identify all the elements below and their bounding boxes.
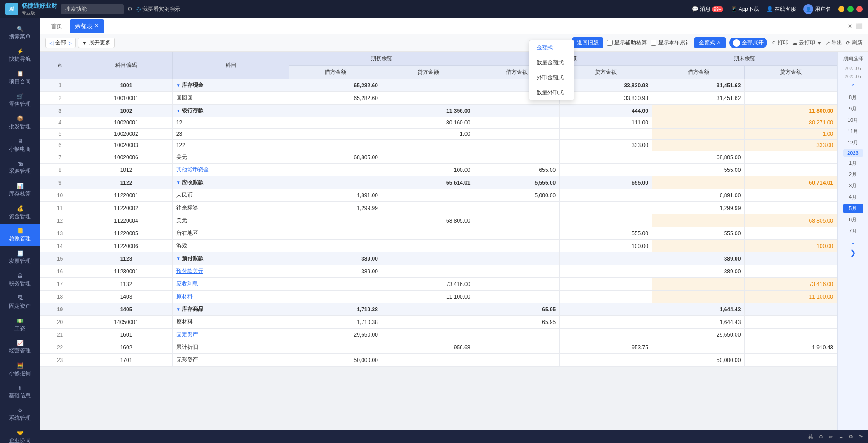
forward-arrow-icon[interactable]: ▷ — [68, 40, 72, 46]
table-row: 1 1001 ▼库存现金 65,282.60 33,830.98 31,451.… — [40, 79, 837, 92]
tab-close-icon[interactable]: ✕ — [94, 23, 99, 29]
sidebar-item-payroll[interactable]: 💵 工资 — [0, 314, 40, 336]
sidebar-item-expense[interactable]: 🧮 小畅报销 — [0, 358, 40, 381]
sidebar-item-finance[interactable]: 💰 资金管理 — [0, 201, 40, 224]
cell-value — [289, 240, 382, 252]
month-3[interactable]: 3月 — [843, 181, 863, 191]
tab-balance[interactable]: 余额表 ✕ — [70, 19, 104, 33]
search-bar[interactable]: 搜索功能 — [61, 4, 124, 14]
export-btn[interactable]: ↗ 导出 — [826, 39, 842, 47]
demo-button[interactable]: ◎ 我要看实例演示 — [136, 5, 180, 13]
maximize-btn[interactable] — [847, 6, 854, 12]
month-1[interactable]: 1月 — [843, 158, 863, 168]
month-11[interactable]: 11月 — [843, 127, 863, 136]
status-lang[interactable]: 英 — [808, 433, 813, 440]
row-number: 9 — [40, 176, 80, 189]
dropdown-item-qty-foreign[interactable]: 数量外币式 — [529, 85, 574, 100]
row-code: 1601 — [80, 329, 173, 341]
group-arrow-icon[interactable]: ▼ — [176, 83, 181, 88]
auxiliary-checkbox[interactable] — [607, 40, 613, 46]
sidebar-item-search[interactable]: 🔍 搜索菜单 — [0, 22, 40, 44]
cell-value — [745, 151, 837, 164]
online-service-btn[interactable]: 👤 在线客服 — [766, 5, 796, 13]
month-6[interactable]: 6月 — [843, 215, 863, 224]
close-btn[interactable] — [856, 6, 863, 12]
sidebar-item-purchase[interactable]: 🛍 采购管理 — [0, 157, 40, 179]
search-settings-icon[interactable]: ⚙ — [127, 6, 132, 12]
status-refresh-icon[interactable]: ⟳ — [859, 434, 863, 440]
minimize-btn[interactable] — [838, 6, 844, 12]
sidebar-item-nav[interactable]: ⚡ 快捷导航 — [0, 44, 40, 67]
sidebar-item-system[interactable]: ⚙ 系统管理 — [0, 403, 40, 426]
status-cloud-icon[interactable]: ☁ — [838, 434, 843, 440]
sidebar-item-operations[interactable]: 📈 经营管理 — [0, 336, 40, 358]
row-code: 10020002 — [80, 129, 173, 140]
show-auxiliary-check[interactable]: 显示辅助核算 — [607, 39, 647, 47]
dropdown-item-amount[interactable]: 金额式 — [529, 40, 574, 55]
prev-year-arrow[interactable]: ⌃ — [843, 82, 863, 91]
status-sync-icon[interactable]: ♻ — [849, 434, 853, 440]
style-dropdown-btn[interactable]: 金额式 ∧ — [694, 37, 726, 48]
header-left: 财 畅捷通好业财 专业版 搜索功能 ⚙ ◎ 我要看实例演示 — [5, 2, 180, 16]
cell-value — [745, 252, 837, 265]
cell-value: 100.00 — [745, 240, 837, 252]
sidebar-item-invoice[interactable]: 🧾 发票管理 — [0, 246, 40, 269]
cell-value — [474, 117, 560, 129]
back-to-old-btn[interactable]: 返回旧版 — [572, 37, 603, 48]
sidebar-item-collab[interactable]: 🤝 企业协同 — [0, 426, 40, 443]
month-4[interactable]: 4月 — [843, 192, 863, 202]
ytd-checkbox[interactable] — [651, 40, 656, 46]
message-btn[interactable]: 💬 消息 99+ — [692, 5, 723, 13]
print-btn[interactable]: 🖨 打印 — [771, 39, 788, 47]
expand-all-toggle[interactable]: 全部展开 — [729, 38, 767, 48]
col-settings[interactable]: ⚙ — [40, 52, 80, 79]
account-link[interactable]: 原材料 — [176, 293, 193, 300]
cell-value — [474, 202, 560, 214]
month-2[interactable]: 2月 — [843, 170, 863, 179]
message-badge: 99+ — [712, 6, 723, 12]
tab-window-restore[interactable]: ⬜ — [856, 23, 863, 29]
row-code: 11220001 — [80, 189, 173, 202]
collapse-panel-btn[interactable]: ❯ — [850, 248, 856, 257]
dropdown-item-foreign-amount[interactable]: 外币金额式 — [529, 70, 574, 85]
month-9[interactable]: 9月 — [843, 104, 863, 114]
show-ytd-check[interactable]: 显示本年累计 — [651, 39, 691, 47]
sidebar-item-assets[interactable]: 🏗 固定资产 — [0, 291, 40, 314]
cell-value — [382, 227, 474, 240]
subject-text: 应收账款 — [182, 179, 203, 186]
month-5[interactable]: 5月 — [843, 204, 863, 213]
refresh-btn[interactable]: ⟳ 刷新 — [846, 39, 863, 47]
sidebar-item-basic[interactable]: ℹ 基础信息 — [0, 381, 40, 404]
cloud-print-btn[interactable]: ☁ 云打印 ▼ — [792, 39, 822, 47]
expand-more-btn[interactable]: ▼ 展开更多 — [78, 38, 115, 48]
account-link[interactable]: 预付款美元 — [176, 268, 203, 274]
group-arrow-icon[interactable]: ▼ — [176, 307, 181, 312]
cell-value — [745, 92, 837, 105]
account-link[interactable]: 固定资产 — [176, 331, 198, 338]
sidebar-item-ecommerce[interactable]: 🖥 小畅电商 — [0, 134, 40, 157]
tab-window-close[interactable]: ✕ — [848, 23, 852, 29]
tab-home[interactable]: 首页 — [45, 19, 68, 33]
dropdown-item-qty-amount[interactable]: 数量金额式 — [529, 55, 574, 70]
breadcrumb-all-btn[interactable]: ◁ 全部 ▷ — [45, 38, 76, 48]
status-settings-icon[interactable]: ⚙ — [819, 434, 823, 440]
month-10[interactable]: 10月 — [843, 115, 863, 125]
group-arrow-icon[interactable]: ▼ — [176, 180, 181, 185]
sidebar-item-project[interactable]: 📋 项目合同 — [0, 67, 40, 89]
app-download-btn[interactable]: 📱 App下载 — [731, 5, 759, 13]
account-link[interactable]: 其他货币资金 — [176, 167, 209, 173]
sidebar-item-tax[interactable]: 🏛 税务管理 — [0, 269, 40, 291]
account-link[interactable]: 应收利息 — [176, 281, 198, 287]
user-avatar[interactable]: 👤 用户名 — [803, 4, 831, 14]
month-7[interactable]: 7月 — [843, 226, 863, 236]
sidebar-item-ledger[interactable]: 📒 总账管理 — [0, 224, 40, 246]
sidebar-item-wholesale[interactable]: 📦 批发管理 — [0, 111, 40, 134]
status-edit-icon[interactable]: ✏ — [829, 434, 833, 440]
sidebar-item-inventory[interactable]: 📊 库存核算 — [0, 179, 40, 201]
month-12[interactable]: 12月 — [843, 138, 863, 148]
group-arrow-icon[interactable]: ▼ — [176, 256, 181, 261]
next-year-arrow[interactable]: ⌄ — [843, 238, 863, 247]
month-8[interactable]: 8月 — [843, 93, 863, 102]
sidebar-item-retail[interactable]: 🛒 零售管理 — [0, 89, 40, 112]
group-arrow-icon[interactable]: ▼ — [176, 108, 181, 113]
